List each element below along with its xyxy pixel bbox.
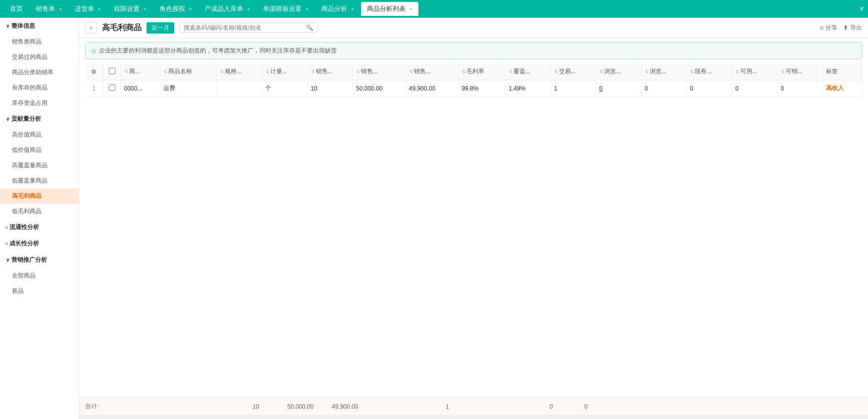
sort-icon: ⇅: [599, 69, 603, 74]
export-icon: ⬆: [843, 24, 848, 31]
sidebar-group-arrow-icon: ∨: [6, 23, 9, 29]
sidebar-item[interactable]: 销售类商品: [0, 34, 79, 49]
footer-trade-count: 1: [443, 403, 477, 410]
top-nav: 首页销售单×进货单×权限设置×角色授权×产成品入库单×单据模板设置×商品分析×商…: [0, 0, 868, 18]
table-column-header[interactable]: ⇅毛利率: [459, 63, 506, 80]
table-column-header[interactable]: ⇅销售...: [353, 63, 406, 80]
sort-icon: ⇅: [124, 69, 128, 74]
table-column-header[interactable]: ⇅覆盖...: [506, 63, 551, 80]
footer-stock-avail: 0: [581, 403, 616, 410]
share-button[interactable]: ⎋ 分享: [820, 24, 837, 32]
tab-close-icon[interactable]: ×: [351, 6, 354, 12]
tab-close-icon[interactable]: ×: [144, 6, 147, 12]
table-column-header[interactable]: ⇅交易...: [551, 63, 596, 80]
bottom-scrollbar[interactable]: [79, 415, 868, 419]
nav-tab[interactable]: 进货单×: [69, 2, 107, 16]
settings-icon[interactable]: ⚙: [91, 68, 97, 75]
tab-close-icon[interactable]: ×: [189, 6, 192, 12]
sort-icon: ⇅: [735, 69, 739, 74]
row-sales-qty: 10: [307, 80, 353, 97]
footer-label: 合计:: [85, 402, 115, 411]
sidebar-group-label: 营销推广分析: [11, 256, 47, 264]
sidebar-group-header[interactable]: ∨贡献量分析: [0, 111, 79, 127]
sort-icon: ⇅: [781, 69, 785, 74]
table-column-header: 标签: [823, 63, 862, 80]
table-column-header[interactable]: ⇅商品名称: [160, 63, 217, 80]
footer-sales-amount: 50,000.00: [284, 403, 329, 410]
sidebar-collapse-button[interactable]: «: [85, 22, 97, 34]
close-all-button[interactable]: ×: [860, 4, 864, 13]
content-header: « 高毛利商品 近一月 🔍 ⎋ 分享 ⬆ 导出: [79, 18, 868, 38]
header-actions: ⎋ 分享 ⬆ 导出: [820, 24, 862, 32]
table-column-header[interactable]: ⇅可用...: [732, 63, 778, 80]
info-text: 企业的主要的利润都是这部分商品创造的，可考虑加大推广，同时关注库存是不要出现缺货: [99, 47, 337, 55]
row-unit: 个: [262, 80, 307, 97]
sidebar-item[interactable]: 高毛利商品: [0, 188, 79, 204]
table-column-header[interactable]: ⇅计量...: [262, 63, 307, 80]
table-column-header[interactable]: ⇅浏览...: [596, 63, 642, 80]
select-all-checkbox[interactable]: [109, 68, 115, 74]
sort-icon: ⇅: [509, 69, 512, 74]
sort-icon: ⇅: [220, 69, 224, 74]
sidebar-group-label: 整体信息: [11, 22, 35, 30]
row-tag: 高收入: [823, 80, 862, 97]
sidebar-item[interactable]: 高价值商品: [0, 127, 79, 142]
sort-icon: ⇅: [265, 69, 269, 74]
search-input[interactable]: [184, 24, 304, 31]
export-button[interactable]: ⬆ 导出: [843, 24, 862, 32]
tab-close-icon[interactable]: ×: [59, 6, 62, 12]
tab-close-icon[interactable]: ×: [98, 6, 101, 12]
share-icon: ⎋: [820, 24, 823, 31]
table-column-header[interactable]: ⇅商...: [121, 63, 160, 80]
sidebar-group-header[interactable]: ›成长性分析: [0, 235, 79, 252]
nav-tab[interactable]: 产成品入库单×: [199, 2, 256, 16]
sidebar-item[interactable]: 交易过的商品: [0, 49, 79, 65]
sidebar-group-header[interactable]: ∨营销推广分析: [0, 252, 79, 268]
sidebar-item[interactable]: 商品分类助销率: [0, 65, 79, 80]
table-column-header[interactable]: ⇅现有...: [687, 63, 732, 80]
footer-summary: 合计: 10 50,000.00 49,900.00 1 0 0: [79, 397, 868, 415]
nav-tab[interactable]: 商品分析×: [315, 2, 360, 16]
sidebar-group-header[interactable]: ∨整体信息: [0, 18, 79, 34]
table-column-header: ⚙: [85, 63, 103, 80]
sidebar-item[interactable]: 高覆盖量商品: [0, 158, 79, 173]
sidebar-item[interactable]: 新品: [0, 283, 79, 299]
row-checkbox[interactable]: [103, 80, 121, 97]
table-column-header[interactable]: ⇅浏览...: [641, 63, 687, 80]
nav-tab[interactable]: 商品分析列表×: [361, 2, 418, 16]
nav-tab[interactable]: 首页: [4, 2, 29, 16]
sort-icon: ⇅: [645, 69, 649, 74]
sidebar-group-header[interactable]: ›流通性分析: [0, 219, 79, 235]
sidebar-group-arrow-icon: ∨: [6, 116, 9, 122]
tab-close-icon[interactable]: ×: [247, 6, 250, 12]
nav-tab[interactable]: 销售单×: [30, 2, 68, 16]
sidebar-group-arrow-icon: ›: [6, 225, 7, 230]
row-sales-amount: 50,000.00: [353, 80, 406, 97]
sidebar-item[interactable]: 低覆盖量商品: [0, 173, 79, 188]
row-cover-rate: 1.49%: [506, 80, 551, 97]
search-icon[interactable]: 🔍: [306, 24, 313, 31]
tab-close-icon[interactable]: ×: [409, 6, 412, 12]
sidebar-item[interactable]: 低毛利商品: [0, 204, 79, 219]
sort-icon: ⇅: [461, 69, 465, 74]
tab-close-icon[interactable]: ×: [306, 6, 308, 12]
table-column-header[interactable]: ⇅可销...: [777, 63, 823, 80]
nav-tab[interactable]: 角色授权×: [153, 2, 198, 16]
nav-tab[interactable]: 权限设置×: [108, 2, 153, 16]
table-column-header[interactable]: ⇅销售...: [406, 63, 459, 80]
row-index: 1: [85, 80, 103, 97]
row-browse-count1[interactable]: 0: [596, 80, 642, 97]
time-filter-button[interactable]: 近一月: [147, 22, 174, 34]
sort-icon: ⇅: [163, 69, 167, 74]
sidebar-group-label: 流通性分析: [9, 223, 39, 232]
row-name: 运费: [160, 80, 217, 97]
sidebar-item[interactable]: 全部商品: [0, 268, 79, 283]
table-column-header[interactable]: ⇅销售...: [307, 63, 353, 80]
sidebar-group-label: 贡献量分析: [11, 115, 41, 123]
nav-tab[interactable]: 单据模板设置×: [257, 2, 314, 16]
sidebar-item[interactable]: 库存资金占用: [0, 95, 79, 111]
table-wrapper: ⚙⇅商...⇅商品名称⇅规格...⇅计量...⇅销售...⇅销售...⇅销售..…: [79, 63, 868, 397]
sidebar-item[interactable]: 低价值商品: [0, 142, 79, 158]
table-column-header[interactable]: ⇅规格...: [217, 63, 262, 80]
sidebar-item[interactable]: 有库存的商品: [0, 80, 79, 95]
